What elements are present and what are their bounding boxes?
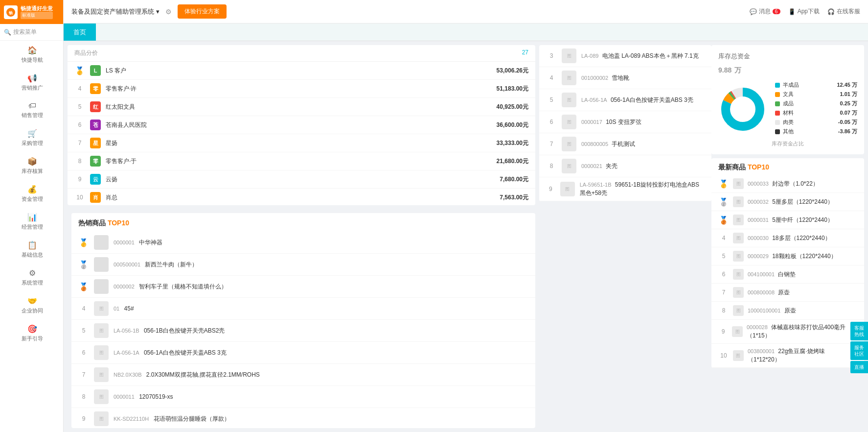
rank-number: 9	[74, 176, 85, 183]
online-service-button[interactable]: 🎧 在线客服	[827, 7, 860, 16]
customer-avatar: 红	[90, 101, 101, 112]
sidebar-item-system[interactable]: ⚙ 系统管理	[0, 264, 63, 291]
customer-avatar: 零	[90, 83, 101, 94]
sidebar-item-ops[interactable]: 📊 经营管理	[0, 208, 63, 236]
rank-number: 4	[546, 74, 557, 81]
new-product-name: 白钢垫	[778, 271, 796, 278]
new-product-code: 0000028	[747, 324, 768, 330]
legend-dot	[775, 120, 780, 125]
app-download-button[interactable]: 📱 App下载	[788, 7, 820, 16]
product-info: 0000001 中华神器	[114, 239, 162, 247]
product-info: 001000002 雪地靴	[581, 74, 629, 82]
sidebar-search[interactable]: 🔍 搜索菜单	[0, 24, 63, 41]
float-btn-community[interactable]: 服务社区	[850, 341, 868, 360]
new-product-code: 0000032	[748, 199, 769, 205]
customer-amount: 21,680.00元	[497, 157, 528, 166]
new-product-code: 004100001	[748, 271, 775, 277]
customer-name: 肖总	[106, 193, 495, 202]
gear-icon[interactable]: ⚙	[165, 8, 172, 16]
donut-chart	[718, 85, 767, 134]
rank-number: 🥇	[78, 238, 89, 247]
sidebar-item-label: 基础信息	[22, 251, 43, 259]
sidebar-item-sales[interactable]: 🏷 销售管理	[0, 96, 63, 124]
product-image-placeholder: 图	[94, 389, 109, 404]
product-code: 01	[114, 306, 119, 312]
mid-product-row: 4 图 001000002 雪地靴	[539, 67, 711, 89]
sidebar-item-marketing[interactable]: 📢 营销推广	[0, 69, 63, 96]
rank-number: 9	[78, 415, 89, 422]
marketing-icon: 📢	[27, 73, 37, 83]
product-info: 000500001 新西兰牛肉（新牛）	[114, 261, 198, 269]
customer-row: 5 红 红太阳文具 40,925.00元	[68, 98, 535, 116]
new-product-image: 图	[733, 196, 744, 207]
sidebar-item-basic[interactable]: 📋 基础信息	[0, 236, 63, 264]
rank-number: 10	[74, 194, 85, 201]
new-product-row: 🥈 图 0000032 5厘多层（1220*2440）	[711, 193, 864, 211]
legend-item: 半成品 12.45 万	[775, 81, 857, 89]
customer-name: 红太阳文具	[106, 103, 492, 111]
sidebar-item-purchase[interactable]: 🛒 采购管理	[0, 124, 63, 152]
customer-name: 苍南县人民医院	[106, 121, 492, 129]
customer-row: 4 零 零售客户·许 51,183.00元	[68, 80, 535, 98]
product-code: LA-056-1B	[114, 328, 139, 334]
product-info: 0000011 12070519-xs	[114, 393, 173, 400]
product-image-placeholder: 图	[562, 137, 576, 151]
top-customers-card: 商品分价 27 🥇 L LS 客户 53,006.26元 4 零 零售客户·许 …	[68, 45, 535, 205]
sidebar-item-finance[interactable]: 💰 资金管理	[0, 180, 63, 208]
new-product-row: 6 图 004100001 白钢垫	[711, 265, 864, 284]
search-icon: 🔍	[4, 29, 11, 36]
hot-products-card: 热销商品 TOP10 🥇 0000001 中华神器 🥈 000500001 新西…	[71, 213, 535, 428]
product-code: 0000001	[114, 240, 135, 245]
system-name[interactable]: 装备及固定资产辅助管理系统 ▾	[71, 7, 160, 16]
product-name: 10S 变扭罗弦	[606, 119, 641, 125]
sidebar-item-guide[interactable]: 🎯 新手引导	[0, 319, 63, 347]
purchase-icon: 🛒	[27, 129, 37, 138]
new-product-info: 000800008 原壶	[748, 288, 790, 297]
new-product-image: 图	[733, 233, 744, 243]
messages-button[interactable]: 💬 消息 6	[750, 7, 780, 16]
float-btn-service[interactable]: 客服热线	[850, 322, 868, 340]
sidebar-item-label: 库存核算	[22, 168, 43, 175]
hot-product-list: 🥇 0000001 中华神器 🥈 000500001 新西兰牛肉（新牛） 🥉 0…	[71, 232, 535, 428]
rank-number: 🥉	[78, 282, 89, 291]
new-product-name: 封边带（1.0*22）	[772, 180, 819, 187]
tab-home[interactable]: 首页	[64, 24, 96, 41]
customer-amount: 36,600.00元	[497, 121, 528, 129]
customer-avatar: 苍	[90, 120, 101, 130]
customer-avatar: L	[90, 65, 101, 76]
rank-number: 8	[74, 158, 85, 165]
logo-badge: 标准版	[21, 12, 53, 19]
customer-avatar: 星	[90, 138, 101, 148]
new-products-card: 最新商品 TOP10 🥇 图 0000033 封边带（1.0*22） 🥈 图 0…	[711, 158, 864, 368]
new-product-image: 图	[733, 215, 744, 225]
customer-name: 云扬	[106, 175, 495, 184]
sidebar-item-inventory[interactable]: 📦 库存核算	[0, 152, 63, 180]
rank-number: 🥉	[718, 216, 729, 225]
customer-amount: 53,006.26元	[497, 67, 528, 75]
product-info: 01 45#	[114, 305, 134, 312]
rank-number: 6	[546, 119, 557, 125]
new-product-info: 0000032 5厘多层（1220*2440）	[748, 198, 833, 206]
legend-value: 0.07 万	[840, 109, 857, 117]
product-name: 中华神器	[139, 239, 162, 246]
trial-button[interactable]: 体验行业方案	[178, 4, 227, 19]
sidebar-item-quick[interactable]: 🏠 快捷导航	[0, 41, 63, 69]
hot-product-row: 6 图 LA-056-1A 056-1A白色按键开关盖ABS 3克	[71, 342, 535, 364]
legend-name: 其他	[783, 128, 835, 135]
dropdown-icon: ▾	[156, 8, 160, 15]
float-btn-live[interactable]: 直播	[850, 361, 868, 373]
product-image-placeholder: 图	[94, 411, 109, 426]
customer-amount: 51,183.00元	[497, 85, 528, 93]
sidebar-item-label: 经营管理	[22, 223, 43, 231]
new-product-row: 🥉 图 0000031 5厘中纤（1220*2440）	[711, 211, 864, 229]
rank-number: 6	[78, 349, 89, 356]
product-name: 2.0X30MM双摆花轴,摆花直径2.1MM/ROHS	[146, 371, 260, 378]
customer-name: LS 客户	[106, 67, 492, 75]
mid-product-row: 9 图 LA-59651-1B 59651-1B旋转投影灯电池盒ABS黑色+58…	[539, 177, 711, 201]
legend-dot	[775, 83, 780, 88]
new-product-row: 4 图 0000030 18多层（1220*2440）	[711, 229, 864, 247]
sidebar-item-coop[interactable]: 🤝 企业协同	[0, 291, 63, 319]
inventory-title: 库存总资金	[718, 52, 857, 61]
new-product-name: 18多层（1220*2440）	[772, 235, 830, 241]
rank-number: 🥈	[78, 260, 89, 269]
